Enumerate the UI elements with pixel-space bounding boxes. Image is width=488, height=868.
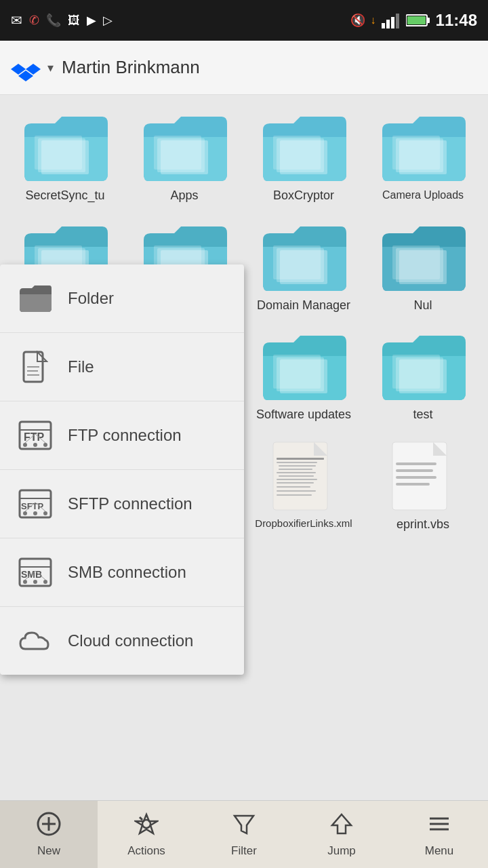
menu-item-smb-label: SMB connection bbox=[68, 563, 186, 582]
folder-item-boxcryptor[interactable]: BoxCryptor bbox=[244, 102, 363, 212]
folder-item-test[interactable]: test bbox=[363, 321, 483, 431]
battery-icon bbox=[406, 14, 430, 27]
folder-item-secretsync[interactable]: SecretSync_tu bbox=[5, 102, 125, 212]
folder-item-nul[interactable]: Nul bbox=[363, 212, 483, 321]
svg-rect-67 bbox=[396, 469, 433, 472]
status-bar: ✉ ✆ 📞 🖼 ▶ ▷ 🔇 ↓ 11:48 bbox=[0, 0, 488, 41]
svg-rect-27 bbox=[273, 245, 321, 279]
filter-icon bbox=[232, 812, 256, 842]
missed-call-icon: ✆ bbox=[29, 13, 39, 28]
folder-icon-boxcryptor bbox=[260, 110, 348, 184]
play-icon: ▶ bbox=[87, 13, 96, 28]
status-icons-left: ✉ ✆ 📞 🖼 ▶ ▷ bbox=[11, 12, 113, 28]
svg-line-103 bbox=[140, 817, 142, 820]
svg-point-102 bbox=[142, 820, 150, 828]
menu-item-folder[interactable]: Folder bbox=[0, 264, 244, 333]
svg-rect-12 bbox=[154, 136, 201, 170]
svg-rect-0 bbox=[382, 23, 385, 28]
new-icon bbox=[37, 812, 61, 842]
cloud-menu-icon bbox=[16, 622, 54, 660]
svg-rect-56 bbox=[279, 469, 312, 470]
file-label-xml: DropboxifierLinks.xml bbox=[255, 517, 352, 530]
folder-icon-apps bbox=[140, 110, 228, 184]
svg-rect-15 bbox=[273, 136, 321, 170]
svg-rect-9 bbox=[35, 136, 82, 170]
svg-point-79 bbox=[33, 443, 37, 447]
file-item-vbs[interactable]: eprint.vbs bbox=[363, 431, 483, 540]
svg-rect-69 bbox=[396, 483, 430, 486]
nav-label-menu: Menu bbox=[425, 844, 454, 858]
phone-icon: 📞 bbox=[46, 13, 61, 28]
menu-item-folder-label: Folder bbox=[68, 289, 114, 308]
svg-rect-42 bbox=[392, 355, 440, 389]
nav-item-jump[interactable]: Jump bbox=[293, 801, 390, 868]
folder-label-apps: Apps bbox=[170, 189, 198, 203]
svg-point-95 bbox=[33, 580, 37, 584]
file-label-vbs: eprint.vbs bbox=[396, 517, 449, 532]
folder-icon-domain bbox=[260, 220, 348, 294]
svg-point-86 bbox=[23, 511, 27, 515]
smb-menu-icon: SMB bbox=[16, 553, 54, 591]
svg-rect-57 bbox=[277, 472, 316, 473]
download-icon: ↓ bbox=[371, 14, 376, 26]
signal-icon bbox=[382, 12, 401, 28]
svg-rect-63 bbox=[277, 494, 312, 496]
nav-label-jump: Jump bbox=[327, 844, 356, 858]
status-time: 11:48 bbox=[436, 11, 477, 30]
header: ▾ Martin Brinkmann bbox=[0, 41, 488, 95]
folder-menu-icon bbox=[16, 279, 54, 317]
svg-point-87 bbox=[33, 511, 37, 515]
svg-rect-30 bbox=[392, 245, 440, 279]
nav-item-new[interactable]: New bbox=[0, 801, 98, 868]
menu-item-cloud-label: Cloud connection bbox=[68, 631, 193, 650]
folder-label-domain: Domain Manager bbox=[257, 298, 350, 313]
nav-item-actions[interactable]: Actions bbox=[98, 801, 195, 868]
nav-label-actions: Actions bbox=[127, 844, 165, 858]
menu-item-ftp[interactable]: FTP FTP connection bbox=[0, 401, 244, 470]
bottom-navigation: New Actions Filter Jump bbox=[0, 800, 488, 868]
svg-rect-2 bbox=[391, 17, 394, 28]
sftp-menu-icon: SFTP bbox=[16, 485, 54, 523]
svg-rect-61 bbox=[277, 486, 310, 488]
nav-item-menu[interactable]: Menu bbox=[390, 801, 488, 868]
svg-marker-105 bbox=[332, 814, 351, 833]
svg-rect-18 bbox=[392, 136, 440, 170]
image-icon: 🖼 bbox=[68, 14, 80, 28]
svg-point-80 bbox=[43, 443, 47, 447]
jump-icon bbox=[329, 812, 354, 842]
header-title: Martin Brinkmann bbox=[62, 57, 200, 78]
menu-item-smb[interactable]: SMB SMB connection bbox=[0, 538, 244, 607]
folder-label-test: test bbox=[413, 408, 432, 422]
svg-rect-39 bbox=[273, 355, 321, 389]
folder-item-camera[interactable]: Camera Uploads bbox=[363, 102, 483, 212]
svg-rect-5 bbox=[427, 18, 430, 23]
folder-icon-software bbox=[260, 329, 348, 403]
menu-item-cloud[interactable]: Cloud connection bbox=[0, 607, 244, 675]
svg-marker-104 bbox=[235, 816, 253, 833]
folder-label-software: Software updates bbox=[256, 408, 351, 422]
ftp-menu-icon: FTP bbox=[16, 416, 54, 454]
nav-item-filter[interactable]: Filter bbox=[195, 801, 293, 868]
header-dropdown-arrow[interactable]: ▾ bbox=[47, 60, 54, 75]
folder-label-secretsync: SecretSync_tu bbox=[25, 189, 104, 203]
gmail-icon: ✉ bbox=[11, 12, 22, 28]
svg-rect-53 bbox=[277, 458, 324, 460]
svg-rect-66 bbox=[396, 462, 436, 465]
folder-item-domain[interactable]: Domain Manager bbox=[244, 212, 363, 321]
folder-item-apps[interactable]: Apps bbox=[125, 102, 244, 212]
actions-icon bbox=[134, 812, 159, 842]
svg-rect-6 bbox=[407, 16, 426, 24]
file-item-xml[interactable]: DropboxifierLinks.xml bbox=[244, 431, 363, 540]
menu-icon bbox=[427, 812, 451, 842]
menu-item-sftp[interactable]: SFTP SFTP connection bbox=[0, 470, 244, 538]
folder-icon-secretsync bbox=[21, 110, 109, 184]
folder-item-software[interactable]: Software updates bbox=[244, 321, 363, 431]
svg-text:SFTP: SFTP bbox=[21, 501, 44, 511]
menu-item-file[interactable]: File bbox=[0, 333, 244, 401]
folder-icon-test bbox=[379, 329, 467, 403]
nav-label-new: New bbox=[37, 844, 60, 858]
svg-point-94 bbox=[23, 580, 27, 584]
svg-rect-60 bbox=[277, 482, 314, 484]
file-icon-vbs bbox=[386, 439, 460, 513]
svg-rect-62 bbox=[277, 490, 316, 492]
